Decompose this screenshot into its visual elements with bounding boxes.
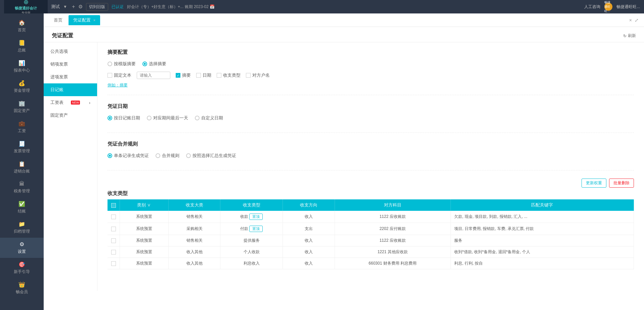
td-checkbox-1[interactable] <box>108 211 120 223</box>
radio-summary-generate[interactable]: 按照选择汇总生成凭证 <box>186 153 236 159</box>
tab-close-icon[interactable]: × <box>93 18 95 22</box>
summary-title: 摘要配置 <box>108 49 634 55</box>
left-nav-payroll[interactable]: 工资表 NEW › <box>44 96 97 109</box>
table-row: 系统预置 收入其他 利息收入 收入 660301 财务费用 利息费用 利息, 行… <box>108 258 634 269</box>
funds-icon: 💰 <box>18 80 25 86</box>
topbar-settings-icon[interactable]: ⚙ <box>78 4 83 10</box>
checkbox-box <box>246 73 251 78</box>
th-direction: 收支方向 <box>283 199 335 211</box>
td-checkbox-5[interactable] <box>108 258 120 269</box>
sidebar-item-assets[interactable]: 🏢 固定资产 <box>0 97 44 117</box>
topbar-dropdown-icon[interactable]: ▼ <box>63 4 67 9</box>
td-checkbox-4[interactable] <box>108 246 120 258</box>
sidebar-item-funds[interactable]: 💰 资金管理 <box>0 77 44 97</box>
td-direction-2: 支出 <box>283 223 335 235</box>
status-tag: 已认证 <box>112 4 124 10</box>
radio-select-summary[interactable]: 选择摘要 <box>142 61 166 67</box>
table-row: 系统预置 采购相关 付款 置顶 支出 2202 应付账款 项目, 日常费用, 报… <box>108 223 634 235</box>
checkbox-box <box>196 73 201 78</box>
avatar[interactable]: 畅捷通旺旺... <box>604 3 612 11</box>
radio-circle-checked <box>108 153 112 158</box>
sidebar-item-reports[interactable]: 📊 报表中心 <box>0 56 44 77</box>
refresh-icon: ↻ <box>623 34 627 38</box>
support-label[interactable]: 人工咨询 <box>584 4 600 10</box>
sidebar-item-settings[interactable]: ⚙ 设置 <box>0 238 44 258</box>
income-table: 类别 ∨ 收支大类 收支类型 收支方向 对方科目 匹配关键字 <box>108 199 634 269</box>
window-close-icon[interactable]: × <box>629 17 632 23</box>
radio-circle <box>186 153 191 158</box>
reports-icon: 📊 <box>18 60 25 66</box>
table-row: 系统预置 销售相关 收款 置顶 收入 1122 应收账款 欠款, 现金, 项目款… <box>108 211 634 223</box>
checkbox-summary[interactable]: ✓ 摘要 <box>176 72 191 78</box>
left-nav-journal[interactable]: 日记账 <box>44 83 97 96</box>
top-tag-btn-2[interactable]: 置顶 <box>249 226 263 232</box>
radio-template-summary[interactable]: 按模版摘要 <box>108 61 136 67</box>
page-title: 凭证配置 <box>52 32 73 39</box>
th-type: 收支类型 <box>220 199 283 211</box>
update-weight-button[interactable]: 更新权重 <box>582 179 606 188</box>
td-major-type-2: 采购相关 <box>169 223 220 235</box>
tax-icon: 🏛 <box>19 181 25 187</box>
checkbox-counterparty[interactable]: 对方户名 <box>246 72 270 78</box>
td-checkbox-3[interactable] <box>108 235 120 246</box>
left-nav-fixed-assets[interactable]: 固定资产 <box>44 109 97 122</box>
topbar-add-icon[interactable]: + <box>72 4 75 10</box>
example-text: 例如：摘要 <box>108 82 634 88</box>
td-category-2: 系统预置 <box>120 223 169 235</box>
table-row: 系统预置 销售相关 提供服务 收入 1122 应收账款 服务 <box>108 235 634 246</box>
fullscreen-icon[interactable]: ⤢ <box>635 17 639 23</box>
sidebar-item-invoice[interactable]: 🧾 发票管理 <box>0 137 44 157</box>
sidebar-item-salary[interactable]: 💼 工资 <box>0 117 44 137</box>
radio-merge-rules[interactable]: 合并规则 <box>156 153 179 159</box>
sidebar-item-archive[interactable]: 📁 归档管理 <box>0 218 44 238</box>
checkbox-date[interactable]: 日期 <box>196 72 211 78</box>
radio-custom-date[interactable]: 自定义日期 <box>195 115 223 121</box>
td-type-3: 提供服务 <box>220 235 283 246</box>
tab-home[interactable]: 首页 <box>49 15 67 25</box>
radio-circle <box>147 116 152 120</box>
checkbox-fixed-text[interactable]: 固定文本 <box>108 72 131 78</box>
checkbox-income-type[interactable]: 收支类型 <box>217 72 241 78</box>
example-link[interactable]: 摘要 <box>120 83 128 87</box>
th-account: 对方科目 <box>335 199 450 211</box>
td-keywords-3: 服务 <box>450 235 634 246</box>
tab-voucher-config[interactable]: 凭证配置 × <box>69 15 100 25</box>
left-nav-purchase-invoice[interactable]: 进项发票 <box>44 71 97 83</box>
top-tag-btn-1[interactable]: 置顶 <box>249 214 263 220</box>
td-category-3: 系统预置 <box>120 235 169 246</box>
sidebar-item-tax[interactable]: 🏛 税务管理 <box>0 178 44 197</box>
refresh-button[interactable]: ↻ 刷新 <box>623 33 636 39</box>
sidebar-item-purchase[interactable]: 📋 进销台账 <box>0 157 44 178</box>
user-name[interactable]: 畅捷通旺旺... <box>616 4 640 10</box>
sidebar-item-label: 设置 <box>18 249 26 255</box>
sidebar-item-ledger[interactable]: 📒 总账 <box>0 36 44 56</box>
sidebar: 🏠 首页 📒 总账 📊 报表中心 💰 资金管理 🏢 固定资产 💼 工资 🧾 发票… <box>0 13 44 310</box>
left-nav-public[interactable]: 公共选项 <box>44 45 97 58</box>
th-checkbox[interactable] <box>108 199 120 211</box>
radio-period-last-day[interactable]: 对应期间最后一天 <box>147 115 188 121</box>
td-checkbox-2[interactable] <box>108 223 120 235</box>
td-keywords-2: 项目, 日常费用, 报销款, 车费, 承兑汇票, 付款 <box>450 223 634 235</box>
radio-single-record[interactable]: 单条记录生成凭证 <box>108 153 149 159</box>
td-direction-3: 收入 <box>283 235 335 246</box>
td-direction-1: 收入 <box>283 211 335 223</box>
fixed-text-input[interactable] <box>137 72 170 79</box>
sidebar-item-guide[interactable]: 🎯 新手引导 <box>0 258 44 278</box>
chevron-down-icon: › <box>89 100 90 105</box>
header-checkbox[interactable] <box>111 203 116 208</box>
sidebar-item-close[interactable]: ✅ 结账 <box>0 197 44 218</box>
sidebar-item-home[interactable]: 🏠 首页 <box>0 16 44 36</box>
switch-version-button[interactable]: 切到旧版 <box>86 3 108 11</box>
left-nav-sales-invoice[interactable]: 销项发票 <box>44 58 97 71</box>
checkbox-box <box>217 73 221 78</box>
radio-dot <box>109 155 111 157</box>
salary-icon: 💼 <box>18 120 25 127</box>
radio-circle <box>156 153 160 158</box>
sidebar-item-label: 首页 <box>18 27 26 33</box>
td-category-4: 系统预置 <box>120 246 169 258</box>
radio-journal-date[interactable]: 按日记账日期 <box>108 115 140 121</box>
td-account-2: 2202 应付账款 <box>335 223 450 235</box>
sidebar-item-label: 固定资产 <box>14 108 30 114</box>
sidebar-item-member[interactable]: 👑 畅会员 <box>0 278 44 298</box>
batch-delete-button[interactable]: 批量删除 <box>609 179 634 188</box>
